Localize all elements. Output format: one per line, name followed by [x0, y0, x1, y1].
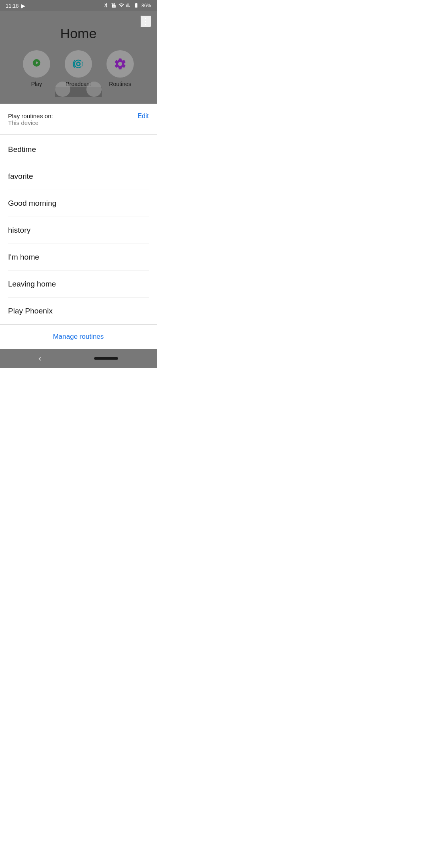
back-button[interactable]: ‹ [39, 353, 41, 364]
play-circle [23, 50, 50, 78]
broadcast-action[interactable]: Broadcast [65, 50, 92, 87]
home-pill[interactable] [94, 357, 118, 360]
routine-name: history [8, 226, 31, 234]
routine-item[interactable]: Good morning [8, 190, 149, 217]
routines-label: Routines [109, 81, 131, 87]
play-action[interactable]: Play [23, 50, 50, 87]
broadcast-circle [65, 50, 92, 78]
battery-icon [133, 2, 139, 9]
time: 11:18 [6, 3, 19, 9]
this-device-label: This device [8, 119, 53, 126]
routine-name: Leaving home [8, 280, 56, 288]
mute-icon [111, 2, 117, 9]
routines-action[interactable]: Routines [106, 50, 134, 87]
edit-button[interactable]: Edit [137, 113, 149, 120]
top-area: ⋮ Home Play Broadcast [0, 11, 157, 104]
action-icon-row: Play Broadcast Routines [23, 50, 134, 87]
routine-list: BedtimefavoriteGood morninghistoryI'm ho… [8, 136, 149, 324]
battery-percent: 86% [141, 3, 151, 8]
bluetooth-icon [103, 2, 109, 9]
routine-item[interactable]: favorite [8, 163, 149, 190]
status-bar: 11:18 ▶ 86% [0, 0, 157, 11]
status-left: 11:18 ▶ [6, 3, 25, 9]
divider-top [0, 134, 157, 135]
routines-icon [113, 57, 127, 71]
mini-circle-2 [86, 82, 102, 97]
routine-name: Bedtime [8, 145, 36, 154]
routine-item[interactable]: Play Phoenix [8, 298, 149, 324]
routine-name: Play Phoenix [8, 307, 53, 315]
manage-routines-button[interactable]: Manage routines [8, 325, 149, 349]
status-right: 86% [103, 2, 151, 9]
mini-circle-1 [55, 82, 70, 97]
routine-name: favorite [8, 172, 33, 180]
routines-circle [106, 50, 134, 78]
routine-name: I'm home [8, 253, 39, 261]
wifi-icon [119, 2, 124, 9]
play-routines-label: Play routines on: [8, 113, 53, 119]
bottom-sheet: Play routines on: This device Edit Bedti… [0, 104, 157, 349]
youtube-icon: ▶ [21, 3, 25, 9]
play-routines-info: Play routines on: This device [8, 113, 53, 133]
play-icon [30, 57, 43, 70]
routine-item[interactable]: history [8, 217, 149, 244]
broadcast-icon [72, 57, 85, 71]
play-label: Play [31, 81, 42, 87]
routine-name: Good morning [8, 199, 56, 207]
nav-bar: ‹ [0, 349, 157, 368]
play-routines-row: Play routines on: This device Edit [8, 113, 149, 133]
routine-item[interactable]: I'm home [8, 244, 149, 271]
bottom-strip [55, 87, 102, 97]
signal-icon [126, 2, 131, 9]
routine-item[interactable]: Leaving home [8, 271, 149, 298]
page-title: Home [60, 26, 97, 41]
routine-item[interactable]: Bedtime [8, 136, 149, 163]
more-options-button[interactable]: ⋮ [140, 15, 151, 27]
